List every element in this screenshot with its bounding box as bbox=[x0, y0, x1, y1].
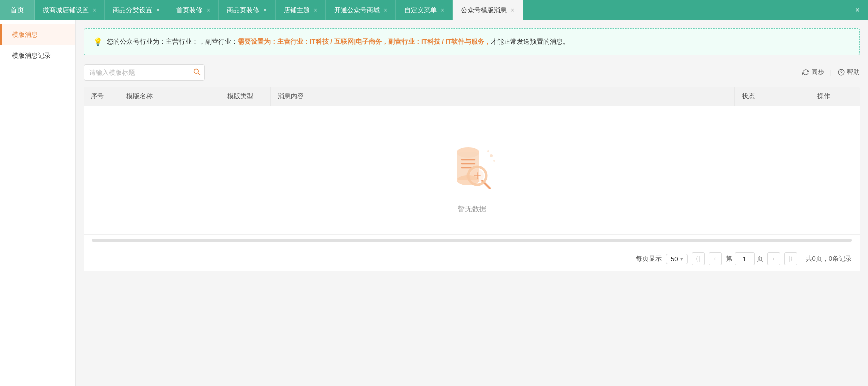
empty-state: 暂无数据 bbox=[84, 106, 860, 234]
total-info: 共0页，0条记录 bbox=[806, 254, 852, 263]
sidebar: 模版消息 模版消息记录 bbox=[0, 20, 76, 386]
search-input[interactable] bbox=[84, 64, 205, 81]
th-index: 序号 bbox=[84, 87, 119, 106]
tab-wsc-shop-label: 微商城店铺设置 bbox=[43, 6, 89, 15]
next-page-button[interactable]: › bbox=[767, 252, 780, 265]
tab-product-category[interactable]: 商品分类设置 × bbox=[105, 0, 168, 20]
page-size-value: 50 bbox=[671, 255, 678, 263]
th-content-label: 消息内容 bbox=[278, 92, 304, 100]
svg-point-0 bbox=[194, 69, 199, 74]
page-label-before: 第 bbox=[726, 254, 732, 263]
th-name-label: 模版名称 bbox=[126, 92, 153, 100]
th-action-label: 操作 bbox=[817, 92, 830, 100]
th-status: 状态 bbox=[734, 87, 810, 106]
scrollbar-row bbox=[84, 234, 860, 246]
notice-icon: 💡 bbox=[93, 36, 103, 48]
help-label: 帮助 bbox=[847, 68, 860, 77]
tab-shop-theme[interactable]: 店铺主题 × bbox=[276, 0, 326, 20]
divider: | bbox=[830, 69, 832, 76]
page-size-select[interactable]: 50 ▾ bbox=[666, 254, 687, 264]
next-page-icon: › bbox=[773, 255, 775, 262]
notice-prefix: 您的公众号行业为：主营行业：，副营行业： bbox=[107, 37, 238, 47]
page-input-wrap: 第 页 bbox=[726, 252, 763, 265]
data-table: 序号 模版名称 模版类型 消息内容 状态 bbox=[84, 87, 860, 234]
th-name: 模版名称 bbox=[119, 87, 220, 106]
close-all-button[interactable]: × bbox=[847, 6, 868, 15]
per-page-label: 每页显示 bbox=[636, 254, 662, 263]
tab-product-decor-close[interactable]: × bbox=[263, 7, 267, 14]
notice-suffix: 才能正常发送预置的消息。 bbox=[491, 37, 569, 47]
first-page-icon: ⟨| bbox=[696, 255, 700, 262]
pagination-bar: 每页显示 50 ▾ ⟨| ‹ 第 页 › bbox=[84, 246, 860, 271]
tab-custom-menu-close[interactable]: × bbox=[441, 7, 444, 14]
sync-button[interactable]: 同步 bbox=[802, 68, 824, 77]
tab-product-category-close[interactable]: × bbox=[156, 7, 160, 14]
sidebar-item-template-record[interactable]: 模版消息记录 bbox=[0, 45, 75, 66]
tab-open-mall-close[interactable]: × bbox=[384, 7, 387, 14]
chevron-down-icon: ▾ bbox=[680, 256, 683, 262]
tab-homepage-decor-label: 首页装修 bbox=[176, 6, 203, 15]
svg-point-16 bbox=[493, 160, 495, 162]
th-content: 消息内容 bbox=[270, 87, 734, 106]
sidebar-item-template-record-label: 模版消息记录 bbox=[12, 52, 51, 59]
th-action: 操作 bbox=[810, 87, 860, 106]
prev-page-button[interactable]: ‹ bbox=[709, 252, 722, 265]
svg-point-15 bbox=[490, 154, 493, 157]
tab-homepage-decor[interactable]: 首页装修 × bbox=[168, 0, 219, 20]
th-type: 模版类型 bbox=[220, 87, 270, 106]
sidebar-item-template-msg[interactable]: 模版消息 bbox=[0, 24, 75, 45]
notice-highlight: 需要设置为：主营行业：IT科技 / 互联网|电子商务，副营行业：IT科技 / I… bbox=[238, 37, 491, 47]
search-input-wrap bbox=[84, 64, 205, 81]
prev-page-icon: ‹ bbox=[714, 255, 716, 262]
last-page-icon: |⟩ bbox=[788, 255, 792, 262]
last-page-button[interactable]: |⟩ bbox=[784, 252, 797, 265]
first-page-button[interactable]: ⟨| bbox=[692, 252, 705, 265]
tab-product-category-label: 商品分类设置 bbox=[113, 6, 152, 15]
sync-label: 同步 bbox=[811, 68, 824, 77]
table-header-row: 序号 模版名称 模版类型 消息内容 状态 bbox=[84, 87, 860, 106]
empty-text: 暂无数据 bbox=[458, 205, 486, 214]
svg-point-17 bbox=[487, 150, 489, 152]
top-navigation: 首页 微商城店铺设置 × 商品分类设置 × 首页装修 × 商品页装修 × 店铺主… bbox=[0, 0, 868, 20]
content-area: 💡 您的公众号行业为：主营行业：，副营行业： 需要设置为：主营行业：IT科技 /… bbox=[76, 20, 868, 386]
th-index-label: 序号 bbox=[91, 92, 104, 100]
tab-open-mall[interactable]: 开通公众号商城 × bbox=[326, 0, 396, 20]
main-layout: 模版消息 模版消息记录 💡 您的公众号行业为：主营行业：，副营行业： 需要设置为… bbox=[0, 20, 868, 386]
data-table-wrap: 序号 模版名称 模版类型 消息内容 状态 bbox=[84, 87, 860, 271]
th-type-label: 模版类型 bbox=[227, 92, 253, 100]
page-number-input[interactable] bbox=[735, 252, 755, 265]
tab-wsc-shop[interactable]: 微商城店铺设置 × bbox=[35, 0, 105, 20]
empty-illustration bbox=[442, 136, 502, 197]
tab-wsc-shop-close[interactable]: × bbox=[93, 7, 96, 14]
help-button[interactable]: 帮助 bbox=[838, 68, 860, 77]
page-label-after: 页 bbox=[757, 254, 763, 263]
tab-product-decor[interactable]: 商品页装修 × bbox=[219, 0, 276, 20]
tab-home-label: 首页 bbox=[10, 6, 24, 15]
horizontal-scrollbar[interactable] bbox=[92, 239, 852, 242]
sidebar-item-template-msg-label: 模版消息 bbox=[12, 31, 38, 38]
tab-template-msg-label: 公众号模版消息 bbox=[461, 6, 507, 15]
tab-custom-menu[interactable]: 自定义菜单 × bbox=[396, 0, 453, 20]
th-status-label: 状态 bbox=[742, 92, 755, 100]
search-actions: 同步 | 帮助 bbox=[802, 68, 860, 77]
tab-template-msg[interactable]: 公众号模版消息 × bbox=[453, 0, 523, 20]
tab-custom-menu-label: 自定义菜单 bbox=[404, 6, 437, 15]
tab-home[interactable]: 首页 bbox=[0, 0, 35, 20]
empty-state-row: 暂无数据 bbox=[84, 106, 860, 235]
tab-shop-theme-label: 店铺主题 bbox=[284, 6, 310, 15]
table-body: 暂无数据 bbox=[84, 106, 860, 235]
tab-open-mall-label: 开通公众号商城 bbox=[334, 6, 380, 15]
tab-product-decor-label: 商品页装修 bbox=[227, 6, 259, 15]
svg-line-1 bbox=[198, 73, 199, 74]
tab-template-msg-close[interactable]: × bbox=[511, 7, 514, 14]
tab-homepage-decor-close[interactable]: × bbox=[207, 7, 210, 14]
search-bar: 同步 | 帮助 bbox=[84, 64, 860, 81]
search-button[interactable] bbox=[193, 68, 201, 77]
tab-shop-theme-close[interactable]: × bbox=[314, 7, 317, 14]
notice-banner: 💡 您的公众号行业为：主营行业：，副营行业： 需要设置为：主营行业：IT科技 /… bbox=[84, 28, 860, 55]
